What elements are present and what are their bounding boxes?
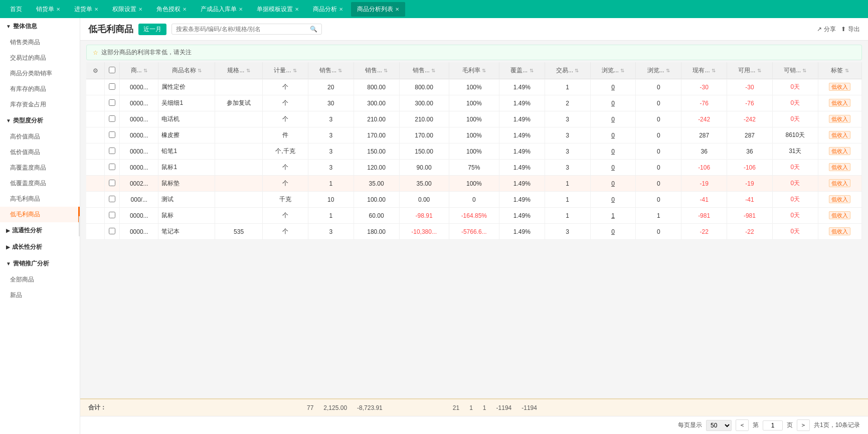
col-coverage[interactable]: 覆盖... ⇅	[499, 62, 545, 79]
row-checkbox-8[interactable]	[105, 208, 120, 224]
nav-products-close[interactable]: ✕	[239, 7, 243, 12]
col-gross-margin[interactable]: 毛利率 ⇅	[449, 62, 499, 79]
share-button[interactable]: ↗ 分享	[817, 25, 836, 34]
row-sales-qty-5: 3	[308, 160, 354, 176]
row-checkbox-0[interactable]	[105, 79, 120, 95]
nav-permissions[interactable]: 权限设置 ✕	[106, 2, 148, 17]
search-box[interactable]: 🔍	[171, 24, 322, 35]
row-views1-3[interactable]: 0	[590, 127, 636, 143]
row-name-3: 橡皮擦	[158, 127, 215, 143]
col-name[interactable]: 商品名称 ⇅	[158, 62, 215, 79]
sidebar-group-marketing[interactable]: ▼ 营销推广分析	[0, 255, 80, 272]
row-checkbox-5[interactable]	[105, 160, 120, 176]
row-available-6: -19	[727, 176, 773, 192]
next-page-btn[interactable]: ＞	[797, 419, 810, 431]
row-views1-5[interactable]: 0	[590, 160, 636, 176]
row-views1-0[interactable]: 0	[590, 79, 636, 95]
nav-analysis[interactable]: 商品分析 ✕	[307, 2, 349, 17]
col-sellable[interactable]: 可销... ⇅	[772, 62, 818, 79]
row-views1-1[interactable]: 0	[590, 95, 636, 111]
col-current[interactable]: 现有... ⇅	[681, 62, 727, 79]
nav-roles[interactable]: 角色授权 ✕	[150, 2, 193, 17]
row-checkbox-7[interactable]	[105, 192, 120, 208]
nav-analysis-list[interactable]: 商品分析列表 ✕	[351, 2, 405, 17]
row-checkbox-3[interactable]	[105, 127, 120, 143]
nav-purchase[interactable]: 进货单 ✕	[68, 2, 104, 17]
row-checkbox-1[interactable]	[105, 95, 120, 111]
row-views1-8[interactable]: 1	[590, 208, 636, 224]
sidebar-item-sales-goods[interactable]: 销售类商品	[0, 35, 80, 50]
nav-templates-close[interactable]: ✕	[295, 7, 299, 12]
col-trade[interactable]: 交易... ⇅	[545, 62, 590, 79]
sidebar-item-new-goods[interactable]: 新品	[0, 287, 80, 303]
row-coverage-1: 1.49%	[499, 95, 545, 111]
page-input[interactable]	[763, 420, 783, 430]
col-unit[interactable]: 计量... ⇅	[263, 62, 308, 79]
nav-analysis-list-close[interactable]: ✕	[395, 7, 399, 12]
row-spec-7	[215, 192, 263, 208]
row-views1-6[interactable]: 0	[590, 176, 636, 192]
sidebar-group-type[interactable]: ▼ 类型度分析	[0, 112, 80, 129]
select-all-checkbox[interactable]	[109, 67, 115, 73]
row-checkbox-2[interactable]	[105, 111, 120, 127]
col-sales-amount[interactable]: 销售... ⇅	[399, 62, 449, 79]
per-page-select[interactable]: 50 20 100	[706, 420, 732, 431]
row-views1-9[interactable]: 0	[590, 224, 636, 240]
col-code[interactable]: 商... ⇅	[120, 62, 158, 79]
col-settings[interactable]: ⚙	[86, 62, 105, 79]
sidebar-item-all-goods[interactable]: 全部商品	[0, 272, 80, 287]
search-input[interactable]	[176, 26, 307, 33]
sidebar-group-overall[interactable]: ▼ 整体信息	[0, 18, 80, 35]
export-button[interactable]: ⬆ 导出	[841, 25, 860, 34]
row-views1-7[interactable]: 0	[590, 192, 636, 208]
row-sales-amount-9: -10,380...	[399, 224, 449, 240]
sidebar-item-high-coverage[interactable]: 高覆盖度商品	[0, 160, 80, 176]
row-sales-price-8: 60.00	[354, 208, 399, 224]
sidebar-item-high-margin[interactable]: 高毛利商品	[0, 191, 80, 207]
sidebar-collapse-btn[interactable]: «	[79, 216, 80, 236]
sidebar-item-stock-capital[interactable]: 库存资金占用	[0, 97, 80, 112]
row-trade-6: 1	[545, 176, 590, 192]
nav-roles-close[interactable]: ✕	[183, 7, 187, 12]
col-views2[interactable]: 浏览... ⇅	[636, 62, 681, 79]
nav-analysis-close[interactable]: ✕	[339, 7, 343, 12]
table-row: 0000... 铅笔1 个,千克 3 150.00 150.00 100% 1.…	[86, 143, 862, 160]
prev-page-btn[interactable]: ＜	[736, 419, 749, 431]
col-sales-qty[interactable]: 销售... ⇅	[308, 62, 354, 79]
row-trade-0: 1	[545, 79, 590, 95]
col-available[interactable]: 可用... ⇅	[727, 62, 773, 79]
sidebar-item-low-coverage[interactable]: 低覆盖度商品	[0, 176, 80, 191]
col-views1[interactable]: 浏览... ⇅	[590, 62, 636, 79]
nav-sales-close[interactable]: ✕	[56, 7, 60, 12]
row-checkbox-9[interactable]	[105, 224, 120, 240]
nav-sales[interactable]: 销货单 ✕	[30, 2, 66, 17]
sidebar-group-flow[interactable]: ▶ 流通性分析	[0, 222, 80, 239]
sidebar-group-growth[interactable]: ▶ 成长性分析	[0, 239, 80, 255]
totals-available: -1194	[522, 404, 537, 411]
sidebar-item-low-margin[interactable]: 低毛利商品	[0, 207, 80, 222]
nav-purchase-close[interactable]: ✕	[94, 7, 98, 12]
col-spec[interactable]: 规格... ⇅	[215, 62, 263, 79]
nav-products[interactable]: 产成品入库单 ✕	[195, 2, 249, 17]
sidebar-item-high-value[interactable]: 高价值商品	[0, 129, 80, 144]
nav-templates[interactable]: 单据模板设置 ✕	[251, 2, 305, 17]
row-checkbox-6[interactable]	[105, 176, 120, 192]
nav-home[interactable]: 首页	[4, 2, 28, 17]
date-filter-button[interactable]: 近一月	[138, 24, 166, 35]
col-tag[interactable]: 标签 ⇅	[818, 62, 861, 79]
sidebar-group-type-arrow: ▼	[6, 118, 11, 123]
table-row: 0000... 鼠标 个 1 60.00 -98.91 -164.85% 1.4…	[86, 208, 862, 224]
nav-permissions-close[interactable]: ✕	[138, 7, 142, 12]
sidebar-item-in-stock[interactable]: 有库存的商品	[0, 81, 80, 97]
row-sales-qty-0: 20	[308, 79, 354, 95]
row-checkbox-4[interactable]	[105, 143, 120, 160]
search-icon[interactable]: 🔍	[310, 26, 317, 33]
row-gross-margin-0: 100%	[449, 79, 499, 95]
row-views1-2[interactable]: 0	[590, 111, 636, 127]
sidebar-item-category-rate[interactable]: 商品分类助销率	[0, 66, 80, 81]
sidebar-item-traded-goods[interactable]: 交易过的商品	[0, 50, 80, 66]
row-views1-4[interactable]: 0	[590, 143, 636, 160]
sidebar-item-low-value[interactable]: 低价值商品	[0, 144, 80, 160]
col-checkbox[interactable]	[105, 62, 120, 79]
col-sales-price[interactable]: 销售... ⇅	[354, 62, 399, 79]
